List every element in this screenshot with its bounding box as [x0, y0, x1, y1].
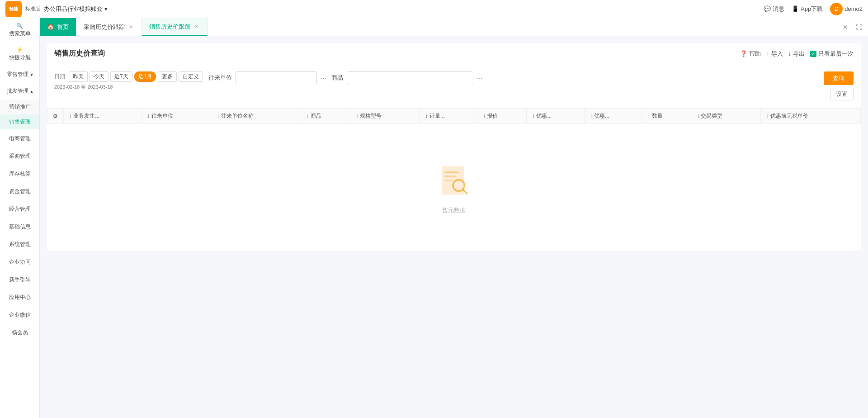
svg-rect-1 [444, 171, 459, 173]
app-name-dropdown[interactable]: 办公用品行业模拟账套 ▾ [44, 5, 108, 13]
tab-fullscreen-btn[interactable]: ⛶ [854, 22, 864, 33]
date-filters: 日期 昨天 今天 近7天 近1月 更多 自定义 2023- [54, 71, 203, 90]
sidebar-item-sales-mgmt[interactable]: 销售管理 [0, 114, 39, 129]
table-header: ⚙ ↕ 业务发生... ↕ 往来单位 ↕ 往来单位名称 ↕ 商 [47, 109, 861, 124]
chevron-up-icon: ▴ [30, 88, 33, 95]
page-header: 销售历史价查询 ❓ 帮助 ↑ 导入 ↓ 导出 ✓ [47, 43, 861, 64]
import-btn[interactable]: ↑ 导入 [766, 50, 783, 58]
sidebar-item-enterprise[interactable]: 企业协同 [0, 253, 39, 271]
sidebar-item-retail[interactable]: 零售管理 ▾ [0, 66, 39, 83]
sidebar-item-system[interactable]: 系统管理 [0, 235, 39, 253]
logo-subtitle: 标准版 [25, 5, 40, 12]
settings-btn[interactable]: 设置 [830, 88, 854, 100]
date-btn-7days[interactable]: 近7天 [110, 71, 132, 82]
table-body: 暂元数据 [47, 124, 861, 251]
table-container: ⚙ ↕ 业务发生... ↕ 往来单位 ↕ 往来单位名称 ↕ 商 [47, 108, 861, 251]
export-icon: ↓ [788, 50, 792, 57]
search-panel: 日期 昨天 今天 近7天 近1月 更多 自定义 2023- [47, 64, 861, 108]
sidebar-item-search[interactable]: 🔍 搜索菜单 [0, 18, 39, 42]
tab-close-btn[interactable]: ✕ [840, 22, 851, 33]
sidebar: 🔍 搜索菜单 ⚡ 快捷导航 零售管理 ▾ 批发管理 ▴ 营销推广 销售管理 电商… [0, 18, 40, 418]
search-row: 日期 昨天 今天 近7天 近1月 更多 自定义 2023- [54, 71, 816, 90]
sidebar-item-basic-info[interactable]: 基础信息 [0, 218, 39, 235]
date-btns: 昨天 今天 近7天 近1月 更多 自定义 [69, 71, 203, 82]
date-btn-custom[interactable]: 自定义 [179, 71, 203, 82]
sidebar-item-inventory[interactable]: 库存核算 [0, 165, 39, 182]
th-biz-date[interactable]: ↕ 业务发生... [64, 109, 142, 124]
th-product[interactable]: ↕ 商品 [301, 109, 350, 124]
page-title: 销售历史价查询 [54, 49, 105, 58]
date-btn-1month[interactable]: 近1月 [134, 71, 156, 82]
product-dots-btn[interactable]: ··· [477, 74, 482, 81]
th-price[interactable]: ↕ 报价 [477, 109, 527, 124]
date-btn-today[interactable]: 今天 [90, 71, 108, 82]
content-area: 🏠 首页 采购历史价跟踪 ✕ 销售历史价跟踪 ✕ ✕ ⛶ 销售历史价查询 [40, 18, 868, 418]
tab-sales-history[interactable]: 销售历史价跟踪 ✕ [142, 18, 208, 36]
th-pre-tax-price[interactable]: ↕ 优惠前无税单价 [760, 109, 860, 124]
date-filter-group: 日期 昨天 今天 近7天 近1月 更多 自定义 2023- [54, 71, 203, 90]
partner-label: 往来单位 [208, 74, 232, 82]
tab-close-purchase[interactable]: ✕ [127, 24, 134, 30]
help-icon: ❓ [740, 50, 747, 57]
th-settings[interactable]: ⚙ [47, 109, 64, 124]
sidebar-item-newbie[interactable]: 新手引导 [0, 271, 39, 288]
sidebar-item-vip[interactable]: 畅会员 [0, 323, 39, 341]
svg-rect-3 [444, 180, 453, 181]
topbar: 畅捷 标准版 办公用品行业模拟账套 ▾ 💬 消息 📱 App下载 D demo2 [0, 0, 868, 18]
th-quantity[interactable]: ↕ 数量 [642, 109, 691, 124]
empty-state: 暂元数据 [47, 124, 861, 251]
user-menu[interactable]: D demo2 [830, 3, 863, 15]
page-content: 销售历史价查询 ❓ 帮助 ↑ 导入 ↓ 导出 ✓ [40, 36, 868, 418]
th-partner-name[interactable]: ↕ 往来单位名称 [211, 109, 301, 124]
tab-purchase-history[interactable]: 采购历史价跟踪 ✕ [76, 18, 142, 36]
sidebar-item-wholesale[interactable]: 批发管理 ▴ [0, 83, 39, 100]
tab-bar-right: ✕ ⛶ [836, 18, 868, 36]
sidebar-item-ecommerce[interactable]: 电商管理 [0, 129, 39, 147]
th-partner-code[interactable]: ↕ 往来单位 [142, 109, 211, 124]
app-download-btn[interactable]: 📱 App下载 [792, 5, 823, 13]
product-label: 商品 [331, 74, 343, 82]
home-icon: 🏠 [47, 24, 54, 30]
search-icon: 🔍 [2, 23, 38, 29]
tab-close-sales[interactable]: ✕ [193, 23, 200, 30]
product-input[interactable] [347, 71, 473, 84]
th-discount2[interactable]: ↕ 优惠... [584, 109, 642, 124]
partner-dots-btn[interactable]: ··· [321, 74, 326, 81]
message-icon: 💬 [764, 5, 771, 12]
message-btn[interactable]: 💬 消息 [764, 5, 784, 13]
only-last-checkbox[interactable]: ✓ 只看最后一次 [810, 50, 854, 58]
sidebar-item-finance[interactable]: 资金管理 [0, 182, 39, 200]
export-btn[interactable]: ↓ 导出 [788, 50, 805, 58]
logo: 畅捷 [5, 1, 22, 17]
checkbox-icon: ✓ [810, 51, 816, 57]
sidebar-item-app-center[interactable]: 应用中心 [0, 288, 39, 306]
empty-icon [434, 160, 474, 201]
tab-home[interactable]: 🏠 首页 [40, 18, 76, 36]
sidebar-item-marketing[interactable]: 营销推广 [0, 100, 39, 114]
sidebar-item-wechat[interactable]: 企业微信 [0, 306, 39, 323]
date-btn-more[interactable]: 更多 [158, 71, 177, 82]
date-btn-yesterday[interactable]: 昨天 [69, 71, 88, 82]
partner-input[interactable] [236, 71, 317, 84]
th-discount1[interactable]: ↕ 优惠... [526, 109, 584, 124]
topbar-left: 畅捷 标准版 办公用品行业模拟账套 ▾ [5, 1, 108, 17]
topbar-right: 💬 消息 📱 App下载 D demo2 [764, 3, 863, 15]
sidebar-item-operations[interactable]: 经营管理 [0, 200, 39, 218]
th-spec[interactable]: ↕ 规格型号 [350, 109, 420, 124]
svg-rect-2 [444, 176, 456, 177]
search-buttons: 查询 设置 [824, 71, 854, 100]
th-trade-type[interactable]: ↕ 交易类型 [691, 109, 761, 124]
download-icon: 📱 [792, 5, 799, 12]
query-btn[interactable]: 查询 [824, 71, 854, 85]
page-actions: ❓ 帮助 ↑ 导入 ↓ 导出 ✓ 只看最后一次 [740, 50, 854, 58]
sidebar-item-quick-nav[interactable]: ⚡ 快捷导航 [0, 42, 39, 66]
empty-text: 暂元数据 [442, 206, 466, 214]
import-icon: ↑ [766, 50, 769, 57]
avatar: D [830, 3, 843, 15]
help-btn[interactable]: ❓ 帮助 [740, 50, 761, 58]
partner-filter: 往来单位 ··· [208, 71, 326, 84]
date-range: 2023-02-18 至 2023-03-18 [54, 84, 203, 90]
sidebar-item-purchase[interactable]: 采购管理 [0, 147, 39, 165]
data-table: ⚙ ↕ 业务发生... ↕ 往来单位 ↕ 往来单位名称 ↕ 商 [47, 108, 861, 251]
th-unit[interactable]: ↕ 计量... [420, 109, 477, 124]
